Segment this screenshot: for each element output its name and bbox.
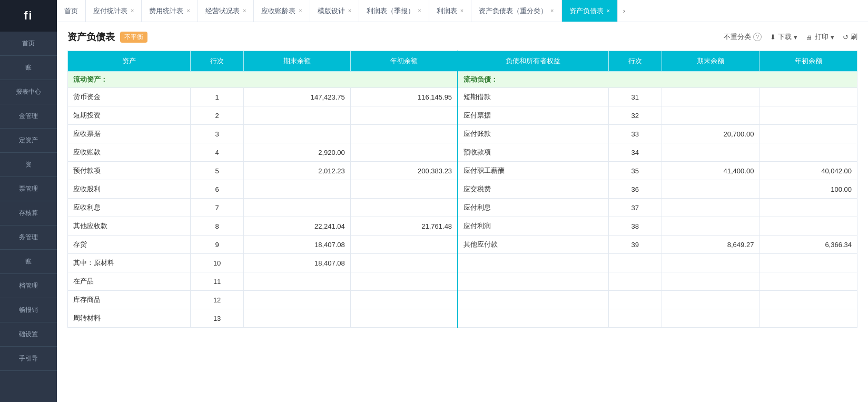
tab-profit-close[interactable]: × xyxy=(460,8,463,14)
sidebar-item-ledger[interactable]: 账 xyxy=(0,250,57,274)
tab-balance-reclassified-close[interactable]: × xyxy=(550,8,554,14)
tab-cost-stats[interactable]: 费用统计表 × xyxy=(142,0,198,22)
left-name: 其中：原材料 xyxy=(68,254,191,272)
tab-payable-stats-close[interactable]: × xyxy=(131,8,134,14)
tab-profit-quarterly-close[interactable]: × xyxy=(418,8,421,14)
page-header: 资产负债表 不平衡 不重分类 ? ⬇ 下载 ▾ 🖨 打印 ▾ xyxy=(67,31,857,43)
tab-home-label: 首页 xyxy=(64,6,78,16)
report-table: 资产 行次 期末余额 年初余额 负债和所有者权益 行次 期末余额 年初余额 流动… xyxy=(67,51,857,328)
tab-profit-quarterly[interactable]: 利润表（季报） × xyxy=(359,0,429,22)
left-end-balance xyxy=(244,125,351,143)
right-name: 应付账款 xyxy=(458,125,608,143)
tab-balance-close[interactable]: × xyxy=(607,8,610,14)
right-name xyxy=(458,272,608,291)
tab-receivable-aging-label: 应收账龄表 xyxy=(261,6,295,16)
left-begin-balance: 116,145.95 xyxy=(350,88,458,106)
sidebar-item-tax[interactable]: 务管理 xyxy=(0,225,57,250)
th-liability: 负债和所有者权益 xyxy=(458,51,608,72)
left-row-num: 1 xyxy=(191,88,244,106)
section-right-label: 流动负债： xyxy=(458,72,857,88)
th-begin-balance-right: 年初余额 xyxy=(760,51,857,72)
right-row-num xyxy=(608,254,662,272)
left-begin-balance xyxy=(350,125,458,143)
left-row-num: 12 xyxy=(191,291,244,309)
right-name: 应付职工薪酬 xyxy=(458,162,608,180)
right-begin-balance xyxy=(760,291,857,309)
tab-payable-stats[interactable]: 应付统计表 × xyxy=(86,0,142,22)
tab-scroll-right[interactable]: › xyxy=(618,0,630,22)
left-end-balance xyxy=(244,291,351,309)
right-begin-balance: 100.00 xyxy=(760,180,857,199)
category-selector[interactable]: 不重分类 ? xyxy=(724,32,762,42)
right-name: 应付票据 xyxy=(458,106,608,125)
download-button[interactable]: ⬇ 下载 ▾ xyxy=(770,32,797,42)
tab-cost-stats-close[interactable]: × xyxy=(186,8,190,14)
left-begin-balance xyxy=(350,106,458,125)
right-row-num: 36 xyxy=(608,180,662,199)
left-name: 短期投资 xyxy=(68,106,191,125)
tab-template-design[interactable]: 模版设计 × xyxy=(310,0,359,22)
tab-receivable-aging-close[interactable]: × xyxy=(299,8,302,14)
left-end-balance: 2,920.00 xyxy=(244,143,351,162)
sidebar-item-report-center[interactable]: 报表中心 xyxy=(0,80,57,104)
sidebar-item-home[interactable]: 首页 xyxy=(0,32,57,56)
sidebar-item-settings[interactable]: 础设置 xyxy=(0,322,57,347)
right-row-num: 37 xyxy=(608,199,662,217)
right-row-num xyxy=(608,291,662,309)
left-name: 应收利息 xyxy=(68,199,191,217)
left-row-num: 9 xyxy=(191,236,244,254)
sidebar-item-inventory[interactable]: 存核算 xyxy=(0,201,57,225)
left-row-num: 4 xyxy=(191,143,244,162)
tab-business-status[interactable]: 经营状况表 × xyxy=(198,0,254,22)
tab-business-status-close[interactable]: × xyxy=(243,8,246,14)
right-row-num: 35 xyxy=(608,162,662,180)
left-row-num: 5 xyxy=(191,162,244,180)
help-icon[interactable]: ? xyxy=(753,33,762,41)
tab-template-design-close[interactable]: × xyxy=(348,8,351,14)
print-button[interactable]: 🖨 打印 ▾ xyxy=(806,32,834,42)
sidebar-item-capital[interactable]: 资 xyxy=(0,153,57,177)
th-end-balance-right: 期末余额 xyxy=(662,51,760,72)
print-label: 打印 xyxy=(815,32,828,42)
right-end-balance xyxy=(662,180,760,199)
tab-balance-reclassified-label: 资产负债表（重分类） xyxy=(479,6,547,16)
sidebar-item-finance[interactable]: 金管理 xyxy=(0,104,57,129)
right-end-balance xyxy=(662,254,760,272)
left-row-num: 3 xyxy=(191,125,244,143)
tab-balance[interactable]: 资产负债表 × xyxy=(562,0,618,22)
sidebar-item-ticket[interactable]: 票管理 xyxy=(0,177,57,201)
sidebar-item-fixed-assets[interactable]: 定资产 xyxy=(0,129,57,153)
left-name: 应收账款 xyxy=(68,143,191,162)
refresh-icon: ↺ xyxy=(843,33,849,41)
right-begin-balance xyxy=(760,199,857,217)
left-name: 货币资金 xyxy=(68,88,191,106)
tab-profit-label: 利润表 xyxy=(437,6,457,16)
left-begin-balance xyxy=(350,254,458,272)
refresh-button[interactable]: ↺ 刷 xyxy=(843,32,857,42)
left-name: 存货 xyxy=(68,236,191,254)
right-begin-balance xyxy=(760,88,857,106)
sidebar-item-archive[interactable]: 档管理 xyxy=(0,274,57,298)
left-row-num: 2 xyxy=(191,106,244,125)
sidebar-item-account[interactable]: 账 xyxy=(0,56,57,80)
tab-home[interactable]: 首页 xyxy=(57,0,86,22)
tab-cost-stats-label: 费用统计表 xyxy=(149,6,183,16)
right-begin-balance: 40,042.00 xyxy=(760,162,857,180)
left-name: 应收票据 xyxy=(68,125,191,143)
print-icon: 🖨 xyxy=(806,33,813,41)
right-row-num: 32 xyxy=(608,106,662,125)
right-begin-balance xyxy=(760,125,857,143)
tab-profit-quarterly-label: 利润表（季报） xyxy=(367,6,415,16)
sidebar-logo: fi xyxy=(0,0,57,32)
tab-balance-reclassified[interactable]: 资产负债表（重分类） × xyxy=(471,0,561,22)
left-begin-balance: 21,761.48 xyxy=(350,217,458,236)
sidebar-item-expense[interactable]: 畅报销 xyxy=(0,298,57,322)
tab-profit[interactable]: 利润表 × xyxy=(429,0,471,22)
tab-receivable-aging[interactable]: 应收账龄表 × xyxy=(254,0,310,22)
left-name: 周转材料 xyxy=(68,309,191,328)
right-end-balance xyxy=(662,88,760,106)
sidebar-item-guide[interactable]: 手引导 xyxy=(0,347,57,371)
th-end-balance-left: 期末余额 xyxy=(244,51,351,72)
th-row-num-right: 行次 xyxy=(608,51,662,72)
right-name: 应付利润 xyxy=(458,217,608,236)
